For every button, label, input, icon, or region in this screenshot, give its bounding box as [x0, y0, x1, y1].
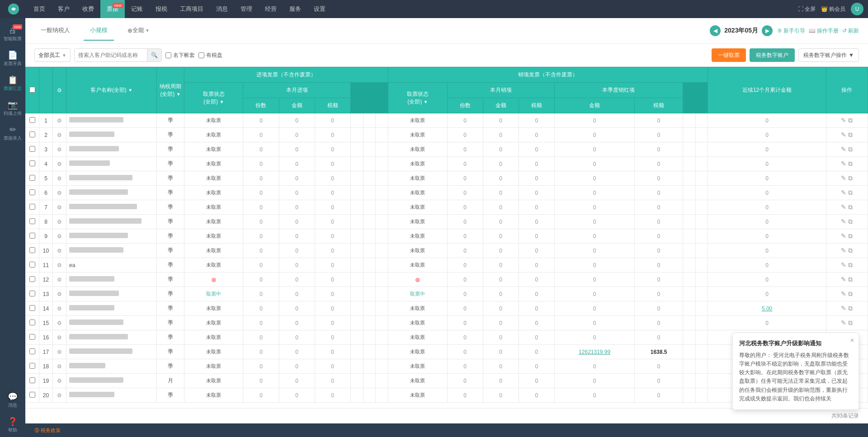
nav-business[interactable]: 工商项目 [174, 0, 210, 18]
copy-btn[interactable]: ⧉ [848, 117, 853, 124]
nav-invoice[interactable]: 票据 new [100, 0, 125, 18]
employee-select[interactable]: 全部员工 ▼ [34, 48, 71, 62]
row-settings-icon[interactable]: ⚙ [57, 392, 62, 399]
row-checkbox[interactable] [29, 175, 35, 181]
copy-btn[interactable]: ⧉ [848, 189, 853, 196]
row-checkbox[interactable] [29, 320, 35, 325]
copy-btn[interactable]: ⧉ [848, 146, 853, 153]
row-settings-icon[interactable]: ⚙ [57, 175, 62, 182]
row-checkbox[interactable] [29, 348, 35, 354]
sidebar-item-scan-upload[interactable]: 📷 扫描上传 [1, 97, 24, 120]
copy-btn[interactable]: ⧉ [848, 160, 853, 167]
next-date-btn[interactable]: ▶ [762, 25, 773, 36]
row-checkbox[interactable] [29, 276, 35, 282]
manual-btn[interactable]: 📖 操作手册 [809, 27, 839, 35]
edit-btn[interactable]: ✎ [841, 232, 846, 240]
taxdisk-checkbox-label[interactable]: 有税盘 [198, 52, 222, 59]
row-checkbox[interactable] [29, 233, 35, 239]
copy-btn[interactable]: ⧉ [848, 319, 853, 326]
row-checkbox[interactable] [29, 262, 35, 268]
row-checkbox[interactable] [29, 204, 35, 210]
popup-close-btn[interactable]: × [850, 337, 854, 344]
copy-btn[interactable]: ⧉ [848, 131, 853, 138]
edit-btn[interactable]: ✎ [841, 319, 846, 326]
fullscreen-btn[interactable]: ⛶ 全屏 [798, 5, 816, 13]
copy-btn[interactable]: ⧉ [848, 247, 853, 254]
nav-operation[interactable]: 经营 [259, 0, 283, 18]
row-settings-icon[interactable]: ⚙ [57, 363, 62, 370]
row-settings-icon[interactable]: ⚙ [57, 305, 62, 312]
row-checkbox[interactable] [29, 146, 35, 152]
new-guide-btn[interactable]: ⑨ 新手引导 [777, 27, 805, 35]
sidebar-item-invoice-summary[interactable]: 📋 票据汇总 [1, 72, 24, 95]
edit-btn[interactable]: ✎ [841, 276, 846, 283]
sidebar-item-smart-invoice[interactable]: 🖨 智能取票 new [1, 23, 24, 46]
row-settings-icon[interactable]: ⚙ [57, 248, 62, 254]
refresh-btn[interactable]: ↺ 刷新 [842, 27, 859, 35]
one-click-invoice-btn[interactable]: 一键取票 [712, 48, 746, 62]
copy-btn[interactable]: ⧉ [848, 203, 853, 211]
edit-btn[interactable]: ✎ [841, 189, 846, 196]
row-settings-icon[interactable]: ⚙ [57, 146, 62, 153]
nav-tax[interactable]: 报税 [149, 0, 174, 18]
row-checkbox[interactable] [29, 160, 35, 166]
row-settings-icon[interactable]: ⚙ [57, 277, 62, 283]
tab-general-taxpayer[interactable]: 一般纳税人 [34, 21, 76, 41]
tab-all[interactable]: ⊕ 全能 ▼ [121, 21, 156, 41]
nav-home[interactable]: 首页 [27, 0, 52, 18]
tax-digital-ops-btn[interactable]: 税务数字账户操作 ▼ [798, 48, 859, 62]
row-checkbox[interactable] [29, 132, 35, 137]
underaccount-checkbox-label[interactable]: 名下帐套 [165, 52, 195, 59]
copy-btn[interactable]: ⧉ [848, 290, 853, 297]
red-amt-val[interactable]: 12621319.99 [579, 349, 610, 355]
edit-btn[interactable]: ✎ [841, 261, 846, 268]
sidebar-item-help[interactable]: ❓ 帮助 [1, 414, 24, 437]
search-button[interactable]: 🔍 [147, 49, 161, 61]
row-checkbox[interactable] [29, 392, 35, 398]
sidebar-item-message[interactable]: 💬 消息 [1, 389, 24, 412]
row-settings-icon[interactable]: ⚙ [57, 204, 62, 211]
copy-btn[interactable]: ⧉ [848, 232, 853, 240]
member-btn[interactable]: 👑 购会员 [821, 5, 845, 13]
copy-btn[interactable]: ⧉ [848, 276, 853, 283]
nav-service[interactable]: 服务 [283, 0, 307, 18]
row-settings-icon[interactable]: ⚙ [57, 161, 62, 167]
row-checkbox[interactable] [29, 189, 35, 195]
row-checkbox[interactable] [29, 334, 35, 340]
edit-btn[interactable]: ✎ [841, 247, 846, 254]
row-settings-icon[interactable]: ⚙ [57, 349, 62, 355]
edit-btn[interactable]: ✎ [841, 203, 846, 211]
sidebar-item-invoice-entry[interactable]: ✏ 票据录入 [1, 122, 24, 145]
nav-bookkeeping[interactable]: 记账 [125, 0, 149, 18]
edit-btn[interactable]: ✎ [841, 290, 846, 297]
tab-small-scale[interactable]: 小规模 [84, 21, 114, 41]
row-checkbox[interactable] [29, 117, 35, 123]
copy-btn[interactable]: ⧉ [848, 218, 853, 225]
nav-message[interactable]: 消息 [210, 0, 234, 18]
row-checkbox[interactable] [29, 377, 35, 383]
copy-btn[interactable]: ⧉ [848, 261, 853, 268]
row-settings-icon[interactable]: ⚙ [57, 219, 62, 225]
last12-val[interactable]: 5.00 [762, 305, 772, 312]
taxdisk-checkbox[interactable] [198, 52, 204, 58]
row-settings-icon[interactable]: ⚙ [57, 262, 62, 268]
prev-date-btn[interactable]: ◀ [710, 25, 721, 36]
nav-settings[interactable]: 设置 [307, 0, 332, 18]
underaccount-checkbox[interactable] [165, 52, 171, 58]
edit-btn[interactable]: ✎ [841, 146, 846, 153]
row-checkbox[interactable] [29, 305, 35, 311]
nav-fee[interactable]: 收费 [76, 0, 100, 18]
copy-btn[interactable]: ⧉ [848, 174, 853, 182]
row-settings-icon[interactable]: ⚙ [57, 378, 62, 384]
row-settings-icon[interactable]: ⚙ [57, 334, 62, 341]
row-checkbox[interactable] [29, 247, 35, 253]
row-checkbox[interactable] [29, 363, 35, 369]
edit-btn[interactable]: ✎ [841, 305, 846, 312]
row-checkbox[interactable] [29, 218, 35, 224]
row-settings-icon[interactable]: ⚙ [57, 320, 62, 326]
copy-btn[interactable]: ⧉ [848, 305, 853, 312]
edit-btn[interactable]: ✎ [841, 174, 846, 182]
tax-policy-link[interactable]: ⑨ 税务政策 [34, 427, 61, 434]
edit-btn[interactable]: ✎ [841, 131, 846, 138]
select-all-checkbox[interactable] [29, 87, 35, 93]
